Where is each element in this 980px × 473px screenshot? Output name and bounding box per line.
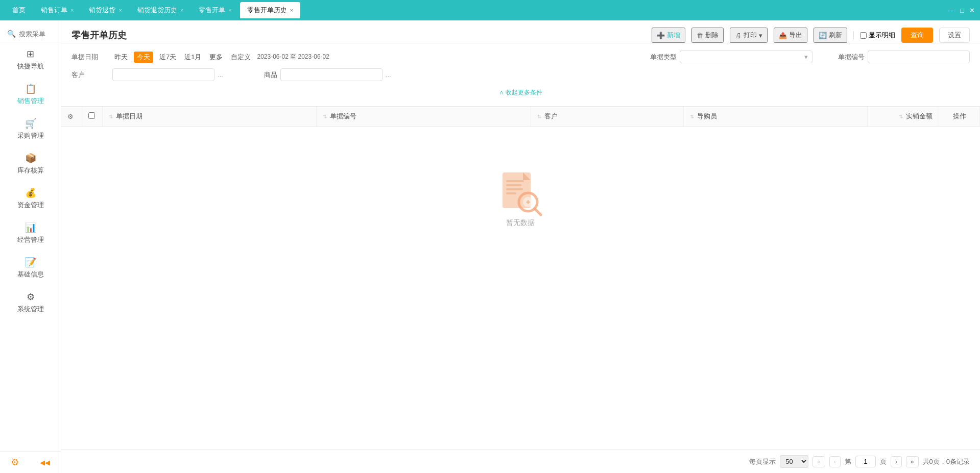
- date-today[interactable]: 今天: [134, 52, 153, 63]
- tab-retail-open-history[interactable]: 零售开单历史 ×: [240, 2, 300, 18]
- search-icon: 🔍: [7, 30, 16, 38]
- tab-sales-return-history[interactable]: 销货退货历史 ×: [130, 2, 190, 18]
- date-more[interactable]: 更多: [207, 52, 225, 63]
- th-customer[interactable]: ⇅ 客户: [531, 107, 684, 127]
- svg-rect-4: [506, 192, 516, 194]
- per-page-label: 每页显示: [749, 457, 776, 466]
- sidebar-item-purchase-mgmt[interactable]: 🛒 采购管理: [0, 112, 61, 146]
- doc-type-dropdown-icon: ▾: [804, 53, 808, 61]
- settings-button[interactable]: 设置: [939, 28, 970, 43]
- page-input[interactable]: [855, 456, 876, 467]
- add-label: 新增: [667, 31, 680, 40]
- sidebar-search[interactable]: 🔍: [0, 26, 61, 42]
- sidebar-item-sales-mgmt-label: 销售管理: [17, 96, 44, 106]
- tab-sales-order[interactable]: 销售订单 ×: [34, 2, 81, 18]
- sort-icon-amount: ⇅: [899, 114, 903, 119]
- svg-rect-1: [506, 180, 524, 182]
- th-amount[interactable]: ⇅ 实销金额: [868, 107, 939, 127]
- sidebar-collapse-icon[interactable]: ◀◀: [40, 459, 50, 466]
- date-last7[interactable]: 近7天: [157, 52, 178, 63]
- customer-input[interactable]: [112, 68, 214, 81]
- minimize-btn[interactable]: —: [948, 7, 955, 14]
- th-settings[interactable]: ⚙: [61, 107, 82, 127]
- goods-ellipsis[interactable]: ...: [386, 71, 391, 79]
- tab-retail-open-close[interactable]: ×: [228, 7, 231, 13]
- th-operations-label: 操作: [953, 112, 966, 120]
- sidebar: 🔍 ⊞ 快捷导航 📋 销售管理 🛒 采购管理 📦 库存核算 💰 资金管理 📊 经…: [0, 20, 61, 473]
- first-page-btn[interactable]: «: [812, 456, 825, 467]
- customer-ellipsis[interactable]: ...: [218, 71, 223, 79]
- tab-sales-return-close[interactable]: ×: [118, 7, 122, 13]
- header-actions: ➕ 新增 🗑 删除 🖨 打印 ▾ 📤 导出 🔄: [652, 28, 970, 43]
- th-salesperson-label: 导购员: [697, 112, 717, 121]
- restore-btn[interactable]: □: [960, 7, 964, 14]
- add-icon: ➕: [657, 32, 665, 39]
- delete-button[interactable]: 🗑 删除: [691, 28, 724, 43]
- display-detail-toggle[interactable]: 显示明细: [860, 31, 895, 40]
- date-custom[interactable]: 自定义: [229, 52, 253, 63]
- per-page-select[interactable]: 20 50 100 200: [780, 455, 808, 468]
- tab-home[interactable]: 首页: [5, 2, 33, 18]
- query-button[interactable]: 查询: [901, 28, 933, 43]
- display-detail-label: 显示明细: [869, 31, 895, 40]
- sidebar-item-basic-info[interactable]: 📝 基础信息: [0, 251, 61, 285]
- sidebar-item-inventory[interactable]: 📦 库存核算: [0, 146, 61, 181]
- doc-type-select[interactable]: ▾: [680, 51, 812, 63]
- settings-icon[interactable]: ⚙: [67, 113, 74, 120]
- empty-state-row: 暂无数据: [61, 127, 980, 269]
- tab-sales-return[interactable]: 销货退货 ×: [82, 2, 129, 18]
- next-page-btn[interactable]: ›: [891, 456, 902, 467]
- sidebar-item-purchase-mgmt-label: 采购管理: [17, 131, 44, 140]
- sidebar-item-operations[interactable]: 📊 经营管理: [0, 216, 61, 251]
- svg-rect-2: [506, 184, 521, 186]
- doc-no-label: 单据编号: [838, 53, 865, 62]
- doc-no-input[interactable]: [868, 51, 970, 63]
- sidebar-item-basic-info-label: 基础信息: [17, 270, 44, 279]
- tab-sales-return-history-close[interactable]: ×: [180, 7, 183, 13]
- doc-type-label: 单据类型: [650, 53, 677, 62]
- add-button[interactable]: ➕ 新增: [652, 28, 685, 43]
- print-button[interactable]: 🖨 打印 ▾: [730, 28, 768, 43]
- window-controls: — □ ✕: [948, 7, 975, 14]
- sidebar-item-finance-label: 资金管理: [17, 201, 44, 210]
- tab-retail-open[interactable]: 零售开单 ×: [192, 2, 238, 18]
- search-input[interactable]: [19, 30, 55, 38]
- tab-retail-open-history-label: 零售开单历史: [247, 6, 287, 15]
- goods-input[interactable]: [280, 68, 383, 81]
- empty-state-cell: 暂无数据: [61, 127, 980, 269]
- prev-page-btn[interactable]: ‹: [829, 456, 841, 467]
- sidebar-item-operations-label: 经营管理: [17, 235, 44, 244]
- export-button[interactable]: 📤 导出: [774, 28, 807, 43]
- basic-info-icon: 📝: [25, 257, 36, 268]
- filter-row-2: 客户 ... 商品 ...: [71, 68, 970, 81]
- delete-icon: 🗑: [697, 32, 703, 39]
- delete-label: 删除: [705, 31, 719, 40]
- select-all-checkbox[interactable]: [88, 112, 95, 119]
- print-label: 打印: [744, 31, 757, 40]
- tab-bar: 首页 销售订单 × 销货退货 × 销货退货历史 × 零售开单 × 零售开单历史 …: [5, 2, 948, 18]
- content-area: 零售开单历史 ➕ 新增 🗑 删除 🖨 打印 ▾ 📤 导出: [61, 20, 980, 473]
- sidebar-settings-icon[interactable]: ⚙: [11, 457, 19, 468]
- sidebar-item-quick-nav-label: 快捷导航: [17, 62, 44, 71]
- date-last1m[interactable]: 近1月: [182, 52, 203, 63]
- table-container: ⚙ ⇅ 单据日期 ⇅: [61, 107, 980, 450]
- th-checkbox[interactable]: [82, 107, 102, 127]
- sidebar-item-finance[interactable]: 💰 资金管理: [0, 181, 61, 216]
- refresh-button[interactable]: 🔄 刷新: [814, 28, 847, 43]
- tab-sales-order-close[interactable]: ×: [70, 7, 74, 13]
- print-icon: 🖨: [735, 32, 742, 39]
- date-yesterday[interactable]: 昨天: [112, 52, 130, 63]
- close-btn-window[interactable]: ✕: [969, 7, 975, 14]
- sidebar-item-sales-mgmt[interactable]: 📋 销售管理: [0, 77, 61, 112]
- sidebar-item-system[interactable]: ⚙ 系统管理: [0, 285, 61, 320]
- th-date[interactable]: ⇅ 单据日期: [102, 107, 317, 127]
- display-detail-checkbox[interactable]: [860, 32, 867, 39]
- table-body: 暂无数据: [61, 127, 980, 269]
- tab-retail-open-history-close[interactable]: ×: [290, 7, 293, 13]
- th-salesperson[interactable]: ⇅ 导购员: [684, 107, 868, 127]
- sidebar-item-quick-nav[interactable]: ⊞ 快捷导航: [0, 42, 61, 77]
- collapse-bar[interactable]: ∧ 收起更多条件: [71, 86, 970, 99]
- system-icon: ⚙: [25, 291, 36, 303]
- last-page-btn[interactable]: »: [906, 456, 919, 467]
- th-docno[interactable]: ⇅ 单据编号: [317, 107, 531, 127]
